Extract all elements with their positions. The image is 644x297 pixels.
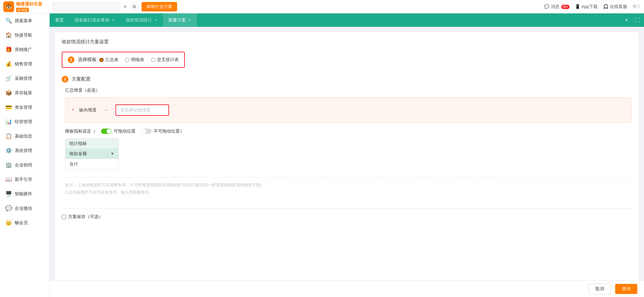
step1-label: 选择模板 — [78, 57, 97, 63]
draggable-switch[interactable] — [101, 129, 112, 134]
crown-icon: 👑 — [5, 219, 12, 226]
main-content: 收款情况统计方案设置 1 选择模板 汇总表 明细表 — [50, 27, 644, 297]
breadcrumb-input[interactable] — [53, 2, 120, 11]
step1-section: 1 选择模板 汇总表 明细表 交叉统计表 — [62, 52, 632, 68]
sidebar-item-basic-info[interactable]: 📋 基础信息 — [0, 129, 49, 143]
vertical-dim-label: 纵向维度 — [79, 107, 97, 113]
radio-detail[interactable]: 明细表 — [125, 57, 144, 63]
step1-box: 1 选择模板 汇总表 明细表 交叉统计表 — [62, 52, 185, 68]
building-icon: 🏢 — [5, 162, 12, 168]
logo-text: 畅捷通好生意 标准版 — [16, 1, 42, 12]
radio-summary[interactable]: 汇总表 — [99, 57, 118, 63]
sidebar-item-operations[interactable]: 📊 经营管理 — [0, 114, 49, 129]
notification[interactable]: 💬 消息 99+ — [544, 4, 570, 10]
sidebar-item-finance[interactable]: 💳 资金管理 — [0, 100, 49, 114]
money-icon: 💰 — [5, 61, 12, 67]
notification-badge: 99+ — [561, 5, 570, 9]
indicator-group-header[interactable]: 统计指标 — [65, 139, 118, 149]
non-draggable-toggle[interactable]: 不可拖动位置） — [141, 128, 184, 134]
tab-close-bank-flow[interactable]: × — [111, 17, 115, 23]
indicator-table: 统计指标 收款金额 ▼ 合计 — [65, 138, 119, 169]
tab-close-new-plan[interactable]: × — [188, 17, 192, 23]
settings-icon[interactable]: ⚙ — [130, 2, 139, 11]
industry-btn[interactable]: 体验行业方案 — [142, 2, 177, 11]
toggle-knob — [107, 129, 111, 134]
page-panel: 收款情况统计方案设置 1 选择模板 汇总表 明细表 — [55, 32, 639, 289]
tab-close-receipt-stats[interactable]: × — [154, 17, 158, 23]
cart-icon: 🛒 — [5, 75, 12, 82]
toggle-knob2 — [141, 129, 146, 134]
dropdown-chevron[interactable]: ▼ — [110, 151, 114, 156]
tab-controls: ✕ ⛶ — [623, 13, 644, 27]
monitor-icon: 🖥️ — [5, 191, 12, 197]
sidebar: 🔍 搜索菜单 🏠 快捷导航 🎁 营销推广 💰 销售管理 🛒 采购管理 📦 库存核… — [0, 13, 50, 297]
top-bar: 🐯 畅捷通好生意 标准版 ▼ ⚙ 体验行业方案 💬 消息 99+ 📱 App下载… — [0, 0, 644, 13]
username[interactable]: 张三 — [633, 4, 641, 9]
app-download[interactable]: 📱 App下载 — [575, 4, 598, 10]
indicator-toggle-row: 模板指标设定（ 可拖动位置 不可拖动位置） — [65, 128, 632, 134]
step1-num: 1 — [68, 56, 74, 63]
sidebar-item-purchase[interactable]: 🛒 采购管理 — [0, 71, 49, 86]
non-draggable-switch[interactable] — [141, 129, 152, 134]
sidebar-item-system[interactable]: ⚙️ 系统管理 — [0, 143, 49, 158]
step2-content: 汇总维度（必选） * 纵向维度 → 请选择分组维度 模板指标设定（ — [65, 87, 632, 200]
arrow-icon: → — [103, 107, 109, 113]
book-icon: 📖 — [5, 176, 12, 183]
hint-text-1: 提示： 1.拖动标题栏可以调整布局，不可跨维度或指标区域拖动栏目段(只能在同一维… — [65, 182, 632, 189]
tab-home[interactable]: 首页 — [50, 13, 69, 27]
sidebar-item-smart-hw[interactable]: 🖥️ 智能硬件 — [0, 187, 49, 201]
logo-area: 🐯 畅捷通好生意 标准版 — [3, 1, 53, 12]
online-service[interactable]: 🎧 在线客服 — [603, 4, 627, 10]
dimension-select[interactable]: 请选择分组维度 — [115, 104, 169, 116]
indicator-row-receipt[interactable]: 收款金额 ▼ — [65, 149, 118, 159]
save-checkbox-label[interactable]: 方案保存（可选） — [62, 214, 103, 220]
page-title: 收款情况统计方案设置 — [62, 39, 632, 45]
sidebar-item-enterprise[interactable]: 🏢 企业协同 — [0, 158, 49, 172]
step2-header: 2 方案配置 — [62, 76, 632, 83]
save-section: 方案保存（可选） — [62, 208, 632, 220]
logo-icon: 🐯 — [3, 1, 14, 12]
sidebar-item-sales[interactable]: 💰 销售管理 — [0, 57, 49, 71]
tab-maximize[interactable]: ⛶ — [633, 16, 641, 24]
box-icon: 📦 — [5, 90, 12, 96]
cancel-button[interactable]: 取消 — [588, 284, 611, 294]
tab-close-all[interactable]: ✕ — [623, 16, 631, 24]
sidebar-item-marketing[interactable]: 🎁 营销推广 — [0, 42, 49, 57]
radio-cross[interactable]: 交叉统计表 — [151, 57, 179, 63]
sidebar-item-wechat[interactable]: 💬 企业微信 — [0, 201, 49, 215]
radio-summary-input[interactable] — [99, 58, 104, 62]
draggable-toggle[interactable]: 可拖动位置 — [101, 128, 136, 134]
sidebar-item-inventory[interactable]: 📦 库存核算 — [0, 86, 49, 100]
vertical-dim-row: * 纵向维度 → 请选择分组维度 — [72, 104, 625, 116]
top-center: ▼ ⚙ 体验行业方案 — [53, 2, 544, 11]
dropdown-icon[interactable]: ▼ — [123, 4, 127, 9]
sidebar-item-guide[interactable]: 📖 新手引导 — [0, 172, 49, 187]
dimension-title: 汇总维度（必选） — [65, 87, 632, 93]
step2-section: 2 方案配置 汇总维度（必选） * 纵向维度 → 请选择分组维度 — [62, 76, 632, 200]
hint-section: 提示： 1.拖动标题栏可以调整布局，不可跨维度或指标区域拖动栏目段(只能在同一维… — [65, 177, 632, 200]
query-button[interactable]: 查询 — [615, 284, 637, 294]
step2-label: 方案配置 — [72, 76, 91, 82]
hint-text-2: 2.点击标题栏下拉可设置排序、插入列和删除列 — [65, 189, 632, 196]
radio-detail-input[interactable] — [125, 58, 129, 62]
step2-num: 2 — [62, 76, 68, 83]
chart-icon: 📊 — [5, 118, 12, 125]
radio-cross-input[interactable] — [151, 58, 155, 62]
sidebar-item-member[interactable]: 👑 畅会员 — [0, 215, 49, 230]
dimension-area: * 纵向维度 → 请选择分组维度 — [65, 97, 632, 123]
sidebar-item-quick-nav[interactable]: 🏠 快捷导航 — [0, 28, 49, 42]
tab-bank-flow[interactable]: 现金银行流水查询 × — [69, 13, 120, 27]
step1-header: 1 选择模板 — [68, 56, 97, 63]
top-right: 💬 消息 99+ 📱 App下载 🎧 在线客服 张三 — [544, 4, 641, 10]
tab-receipt-stats[interactable]: 收款情况统计 × — [120, 13, 163, 27]
gear-icon: ⚙️ — [5, 147, 12, 154]
search-icon: 🔍 — [5, 17, 12, 24]
chat-icon: 💬 — [5, 205, 12, 211]
gift-icon: 🎁 — [5, 46, 12, 53]
indicator-settings: 模板指标设定（ 可拖动位置 不可拖动位置） — [65, 128, 632, 170]
required-star: * — [72, 108, 74, 113]
sidebar-item-search-menu[interactable]: 🔍 搜索菜单 — [0, 13, 49, 28]
tab-new-plan[interactable]: 新建方案 × — [163, 13, 197, 27]
save-checkbox[interactable] — [62, 215, 66, 219]
tab-bar: 首页 现金银行流水查询 × 收款情况统计 × 新建方案 × ✕ ⛶ — [50, 13, 644, 27]
